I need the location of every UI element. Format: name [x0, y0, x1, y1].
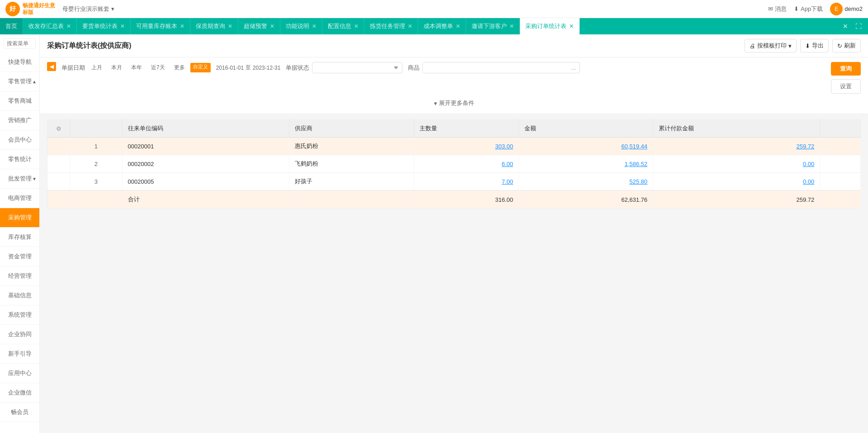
filter-area: ◀ 单据日期 上月 本月 本年 近7天 更多 自定义: [40, 57, 868, 114]
tab-config-info[interactable]: 配置信息 ✕: [322, 18, 364, 34]
tab-function-desc[interactable]: 功能说明 ✕: [280, 18, 322, 34]
shortcut-this-month[interactable]: 本月: [108, 63, 126, 72]
sidebar-item-purchase[interactable]: 采购管理: [0, 208, 39, 228]
tab-close-icon[interactable]: ✕: [456, 23, 460, 29]
tab-close-icon[interactable]: ✕: [569, 23, 574, 29]
row-amount[interactable]: 1,586.52: [519, 155, 653, 173]
tab-close-icon[interactable]: ✕: [312, 23, 316, 29]
logo-text: 畅捷通好生意 标版: [23, 2, 55, 15]
app-download-button[interactable]: ⬇ App下载: [794, 5, 823, 13]
row-extra: [820, 155, 861, 173]
tab-receive-pay[interactable]: 收发存汇总表 ✕: [23, 18, 77, 34]
shortcut-prev-month[interactable]: 上月: [88, 63, 106, 72]
tab-home[interactable]: 首页: [0, 18, 23, 34]
sidebar-item-retail[interactable]: 零售管理: [0, 72, 39, 91]
tab-cost-adjust[interactable]: 成本调整单 ✕: [418, 18, 466, 34]
sidebar-item-finance[interactable]: 资金管理: [0, 247, 39, 266]
settings-button[interactable]: 设置: [831, 79, 861, 94]
user-avatar[interactable]: E demo2: [830, 3, 863, 15]
sidebar-item-marketing[interactable]: 营销推广: [0, 111, 39, 130]
footer-main-qty: 316.00: [414, 190, 519, 209]
sidebar-item-member2[interactable]: 畅会员: [0, 403, 39, 422]
row-settings[interactable]: [47, 173, 70, 191]
tab-close-icon[interactable]: ✕: [270, 23, 274, 29]
sidebar-item-enterprise-wechat[interactable]: 企业微信: [0, 383, 39, 403]
query-button[interactable]: 查询: [831, 62, 861, 76]
shortcut-more[interactable]: 更多: [170, 63, 189, 72]
avatar: E: [830, 3, 843, 15]
page-header-actions: 🖨 按模板打印 ▾ ⬇ 导出 ↻ 刷新: [745, 39, 861, 52]
sidebar-item-retail-stat[interactable]: 零售统计: [0, 150, 39, 169]
tab-label: 拣货任务管理: [370, 22, 405, 30]
product-search-dots[interactable]: ...: [567, 62, 580, 73]
tab-available-stock[interactable]: 可用量库存账本 ✕: [131, 18, 190, 34]
table-header-row: ⚙ 往来单位编码 供应商 主数量 金额 累计付款金额: [47, 120, 861, 138]
tab-purchase-order-stat[interactable]: 采购订单统计表 ✕: [520, 18, 580, 34]
table-header-main-qty: 主数量: [414, 120, 519, 138]
row-main-qty[interactable]: 7.00: [414, 173, 519, 191]
nav-tab-actions: ✕ ⛶: [836, 18, 868, 34]
message-button[interactable]: ✉ 消息: [768, 5, 787, 13]
sidebar-item-system[interactable]: 系统管理: [0, 305, 39, 325]
sidebar-item-retail-store[interactable]: 零售商城: [0, 91, 39, 111]
row-main-qty[interactable]: 303.00: [414, 138, 519, 155]
workspace-selector[interactable]: 母婴行业演示账套 ▾: [59, 3, 118, 15]
tab-invite-downstream[interactable]: 邀请下游客户 ✕: [466, 18, 520, 34]
row-settings[interactable]: [47, 155, 70, 173]
sidebar-item-enterprise[interactable]: 企业协同: [0, 325, 39, 344]
sidebar-item-inventory[interactable]: 库存核算: [0, 228, 39, 247]
tab-overstock[interactable]: 超储预警 ✕: [238, 18, 280, 34]
tab-close-icon[interactable]: ✕: [120, 23, 125, 29]
row-paid-amount[interactable]: 0.00: [653, 155, 820, 173]
sidebar-item-app-center[interactable]: 应用中心: [0, 364, 39, 383]
sidebar-item-new-guide[interactable]: 新手引导: [0, 344, 39, 364]
sidebar-item-quick-nav[interactable]: 快捷导航: [0, 52, 39, 72]
table-area: ⚙ 往来单位编码 供应商 主数量 金额 累计付款金额 1 00020001: [40, 114, 868, 433]
row-main-qty[interactable]: 6.00: [414, 155, 519, 173]
row-settings[interactable]: [47, 138, 70, 155]
sidebar-item-ecommerce[interactable]: 电商管理: [0, 189, 39, 208]
tab-close-icon[interactable]: ✕: [408, 23, 412, 29]
custom-date-tag[interactable]: 自定义: [190, 63, 211, 72]
status-select[interactable]: [312, 62, 402, 73]
shortcut-7-days[interactable]: 近7天: [147, 63, 169, 72]
footer-paid-amount: 259.72: [653, 190, 820, 209]
table-header-supplier: 供应商: [289, 120, 414, 138]
tab-close-icon[interactable]: ✕: [354, 23, 359, 29]
tab-warranty[interactable]: 保质期查询 ✕: [190, 18, 238, 34]
page-title: 采购订单统计表(按供应商): [47, 41, 132, 51]
expand-more-button[interactable]: ▾ 展开更多条件: [47, 97, 861, 109]
tab-label: 功能说明: [286, 22, 309, 30]
table-row: 2 00020002 飞鹤奶粉 6.00 1,586.52 0.00: [47, 155, 861, 173]
product-input[interactable]: [423, 62, 567, 73]
table-row: 1 00020001 惠氏奶粉 303.00 60,519.44 259.72: [47, 138, 861, 155]
sidebar-item-wholesale[interactable]: 批发管理: [0, 169, 39, 189]
tab-label: 采购订单统计表: [525, 22, 566, 30]
row-amount[interactable]: 60,519.44: [519, 138, 653, 155]
row-amount[interactable]: 525.80: [519, 173, 653, 191]
tab-close-icon[interactable]: ✕: [228, 23, 232, 29]
tab-close-icon[interactable]: ✕: [66, 23, 71, 29]
sidebar-item-basic-info[interactable]: 基础信息: [0, 286, 39, 305]
tab-label: 保质期查询: [196, 22, 225, 30]
search-input[interactable]: [4, 38, 36, 49]
close-tab-button[interactable]: ✕: [840, 22, 851, 31]
table-header-setting[interactable]: ⚙: [47, 120, 70, 138]
expand-toggle[interactable]: ◀: [47, 62, 56, 71]
sidebar-item-operations[interactable]: 经营管理: [0, 266, 39, 286]
query-section: 查询 设置: [831, 62, 861, 94]
tab-purchase-stat[interactable]: 要货单统计表 ✕: [77, 18, 131, 34]
tab-pick-task[interactable]: 拣货任务管理 ✕: [364, 18, 418, 34]
shortcut-this-year[interactable]: 本年: [127, 63, 146, 72]
template-print-button[interactable]: 🖨 按模板打印 ▾: [745, 39, 797, 52]
sidebar-item-member[interactable]: 会员中心: [0, 130, 39, 150]
refresh-button[interactable]: ↻ 刷新: [832, 39, 861, 52]
row-paid-amount[interactable]: 259.72: [653, 138, 820, 155]
row-paid-amount[interactable]: 0.00: [653, 173, 820, 191]
export-button[interactable]: ⬇ 导出: [800, 39, 829, 52]
tab-label: 收发存汇总表: [28, 22, 64, 30]
table-row: 3 00020005 好孩子 7.00 525.80 0.00: [47, 173, 861, 191]
tab-close-icon[interactable]: ✕: [180, 23, 184, 29]
fullscreen-button[interactable]: ⛶: [853, 22, 864, 31]
tab-close-icon[interactable]: ✕: [509, 23, 514, 29]
